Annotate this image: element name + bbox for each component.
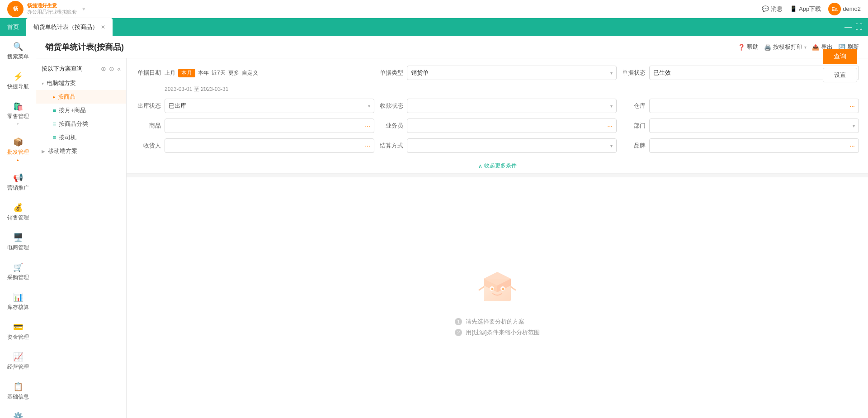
filter-results-area: 单据日期 上月 本月 本年 近7天 更多 自定义: [127, 58, 868, 418]
scheme-add-icon[interactable]: ⊕: [101, 65, 106, 72]
by-month-product-icon: ≡: [52, 107, 56, 114]
tab-maximize-icon[interactable]: ⛶: [855, 23, 863, 31]
by-product-active-icon: ●: [52, 95, 55, 100]
product-dots-icon: ···: [365, 122, 370, 129]
topbar-right: 💬 消息 📱 App下载 Ea demo2: [762, 3, 861, 15]
svg-line-9: [511, 287, 515, 290]
date-tab-last7days[interactable]: 近7天: [212, 69, 226, 77]
sidebar-item-operation[interactable]: 📈 经营管理: [0, 347, 36, 376]
date-tab-custom[interactable]: 自定义: [242, 69, 258, 77]
date-range-display: 2023-03-01 至 2023-03-31: [136, 86, 859, 93]
collapse-bar[interactable]: ∧ 收起更多条件: [136, 158, 859, 173]
settlement-label: 结算方式: [378, 142, 403, 150]
by-cashier-icon: ≡: [52, 134, 56, 141]
empty-illustration: [470, 256, 524, 310]
brand-input[interactable]: ···: [649, 138, 859, 153]
tab-minimize-icon[interactable]: —: [844, 23, 852, 31]
sidebar-item-sales[interactable]: 💰 销售管理: [0, 197, 36, 227]
system-icon: ⚙️: [13, 412, 23, 418]
sidebar-item-search[interactable]: 🔍 搜索菜单: [0, 36, 36, 66]
sidebar-item-purchase[interactable]: 🛒 采购管理: [0, 257, 36, 287]
type-input[interactable]: 销货单 ▾: [407, 66, 617, 80]
filter-receiver-field: 收货人 ···: [136, 138, 374, 153]
scheme-group-mobile-header[interactable]: ▶ 移动端方案: [36, 144, 126, 158]
filter-warehouse-field: 仓库 ···: [620, 99, 859, 113]
page-title: 销货单统计表(按商品): [45, 42, 124, 58]
filter-row-3: 商品 ··· 业务员 ···: [136, 119, 859, 133]
scheme-group-pc: ▾ 电脑端方案 ● 按商品 ≡ 按月+商品 ≡ 按商品分类: [36, 76, 126, 144]
department-input[interactable]: ▾: [649, 119, 859, 133]
scheme-panel-title: 按以下方案查询: [42, 65, 98, 73]
date-tab-this-month[interactable]: 本月: [178, 69, 195, 77]
collapse-up-icon: ∧: [478, 163, 482, 169]
wholesale-arrow-icon: ▴: [17, 157, 19, 162]
brand-label: 品牌: [620, 142, 646, 150]
sidebar-item-system[interactable]: ⚙️ 系统管理: [0, 406, 36, 418]
sidebar-item-retail[interactable]: 🛍️ 零售管理 ▾: [0, 96, 36, 132]
shortcut-icon: ⚡: [13, 71, 23, 81]
warehouse-status-input[interactable]: 已出库 ▾: [165, 99, 374, 113]
settlement-input[interactable]: ▾: [407, 138, 617, 153]
print-dropdown-icon[interactable]: ▾: [804, 45, 807, 50]
warehouse-input[interactable]: ···: [649, 99, 859, 113]
payment-status-input[interactable]: ▾: [407, 99, 617, 113]
message-icon: 💬: [762, 5, 769, 12]
scheme-collapse-icon[interactable]: «: [117, 65, 121, 72]
help-icon: ❓: [738, 44, 745, 51]
ecom-icon: 🖥️: [13, 233, 23, 242]
date-tab-more[interactable]: 更多: [228, 69, 239, 77]
filter-staff-field: 业务员 ···: [378, 119, 617, 133]
sidebar-item-basic[interactable]: 📋 基础信息: [0, 376, 36, 406]
receiver-input[interactable]: ···: [165, 138, 374, 153]
empty-tips: 1 请先选择要分析的方案 2 用[过滤]条件来缩小分析范围: [455, 318, 539, 339]
retail-arrow-icon: ▾: [17, 122, 19, 126]
tab-report-close-icon[interactable]: ✕: [101, 24, 105, 30]
receiver-label: 收货人: [136, 142, 161, 150]
tip-num-2: 2: [455, 329, 462, 336]
tab-report-label: 销货单统计表（按商品）: [33, 23, 98, 31]
title-dropdown-icon[interactable]: ▾: [82, 5, 85, 12]
page-header: 销货单统计表(按商品) ❓ 帮助 🖨️ 按模板打印 ▾ 📤 导出 🔄 刷新: [36, 36, 868, 58]
message-btn[interactable]: 💬 消息: [762, 5, 783, 13]
warehouse-dots-icon: ···: [849, 102, 855, 109]
warehouse-status-label: 出库状态: [136, 102, 161, 110]
user-profile[interactable]: Ea demo2: [828, 3, 861, 15]
tab-home[interactable]: 首页: [0, 18, 26, 36]
svg-line-8: [479, 287, 484, 290]
date-tab-this-year[interactable]: 本年: [198, 69, 209, 77]
payment-status-label: 收款状态: [378, 102, 403, 110]
sidebar-item-ecom[interactable]: 🖥️ 电商管理: [0, 227, 36, 257]
main-layout: 🔍 搜索菜单 ⚡ 快捷导航 🛍️ 零售管理 ▾ 📦 批发管理 ▴ 📢 营销推广 …: [0, 36, 868, 418]
filter-brand-field: 品牌 ···: [620, 138, 859, 153]
scheme-item-by-product[interactable]: ● 按商品: [36, 90, 126, 104]
user-avatar: Ea: [828, 3, 841, 15]
results-area: 查询 设置: [127, 174, 868, 418]
sidebar-item-marketing[interactable]: 📢 营销推广: [0, 167, 36, 197]
product-input[interactable]: ···: [165, 119, 374, 133]
scheme-group-pc-header[interactable]: ▾ 电脑端方案: [36, 76, 126, 90]
app-download-btn[interactable]: 📱 App下载: [790, 5, 821, 13]
filter-row-2: 出库状态 已出库 ▾ 收款状态 ▾: [136, 99, 859, 113]
product-label: 商品: [136, 122, 161, 130]
sidebar-item-wholesale[interactable]: 📦 批发管理 ▴: [0, 132, 36, 167]
template-print-btn[interactable]: 🖨️ 按模板打印 ▾: [764, 43, 807, 51]
empty-tip-1: 1 请先选择要分析的方案: [455, 318, 539, 326]
scheme-item-by-category[interactable]: ≡ 按商品分类: [36, 117, 126, 131]
scheme-panel: 按以下方案查询 ⊕ ⊙ « ▾ 电脑端方案 ● 按商品: [36, 58, 127, 418]
scheme-item-by-cashier[interactable]: ≡ 按司机: [36, 131, 126, 144]
sidebar-item-shortcut[interactable]: ⚡ 快捷导航: [0, 66, 36, 96]
sidebar-item-finance[interactable]: 💳 资金管理: [0, 317, 36, 347]
tab-report[interactable]: 销货单统计表（按商品） ✕: [26, 18, 113, 36]
content-area: 销货单统计表(按商品) ❓ 帮助 🖨️ 按模板打印 ▾ 📤 导出 🔄 刷新: [36, 36, 868, 418]
scheme-settings-icon[interactable]: ⊙: [109, 65, 114, 72]
help-btn[interactable]: ❓ 帮助: [738, 43, 759, 51]
scheme-item-by-month-product[interactable]: ≡ 按月+商品: [36, 104, 126, 117]
staff-input[interactable]: ···: [407, 119, 617, 133]
date-filter-controls: 上月 本月 本年 近7天 更多 自定义: [165, 69, 374, 77]
filter-date-field: 单据日期 上月 本月 本年 近7天 更多 自定义: [136, 69, 374, 77]
date-tab-last-month[interactable]: 上月: [165, 69, 175, 77]
department-caret-icon: ▾: [853, 124, 855, 128]
finance-icon: 💳: [13, 322, 23, 332]
settlement-caret-icon: ▾: [610, 143, 613, 148]
sidebar-item-inventory[interactable]: 📊 库存核算: [0, 287, 36, 317]
